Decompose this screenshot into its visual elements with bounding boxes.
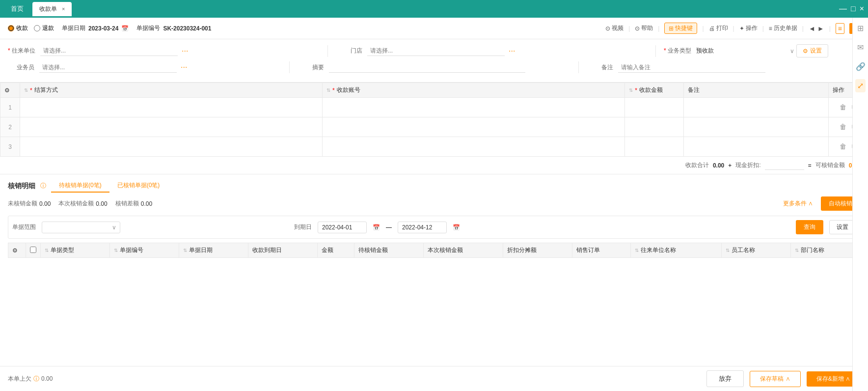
- calendar-from-icon[interactable]: 📅: [373, 224, 380, 231]
- remark-field: 备注: [587, 62, 860, 73]
- wt-checkbox-header[interactable]: [26, 243, 41, 258]
- tab-active[interactable]: 收款单 ×: [32, 2, 72, 16]
- filter-bar: 单据范围 ∨ 到期日 📅 — 📅 查询 设置: [8, 216, 860, 239]
- toolbar: 收款 退款 单据日期 2023-03-24 📅 单据编号 SK-20230324…: [0, 18, 868, 39]
- amount-cell-3[interactable]: [625, 137, 684, 157]
- toolbar-date-info: 单据日期 2023-03-24 📅: [62, 24, 129, 32]
- business-type-select[interactable]: 预收款 ∨: [696, 47, 794, 55]
- form-settings-btn[interactable]: ⚙ 设置: [796, 44, 828, 57]
- nav-prev-btn[interactable]: ◄: [809, 25, 815, 32]
- more-filter-btn[interactable]: 更多条件 ∧: [783, 199, 813, 208]
- tab-pending-writeoff[interactable]: 待核销单据(0笔): [51, 179, 109, 193]
- writeoff-info-icon[interactable]: ⓘ: [40, 182, 46, 190]
- bottom-bar: 本单上欠 ⓘ 0.00 放弃 保存草稿 ∧ 保存&新增 ∧: [0, 366, 868, 391]
- counterparty-more-btn[interactable]: ···: [180, 47, 190, 56]
- range-select[interactable]: [42, 222, 120, 233]
- delete-row-2-btn[interactable]: 🗑: [838, 122, 848, 132]
- writeoff-table: ⚙ ⇅单据类型 ⇅单据编号 ⇅单据日期 收款到期日 金额 待核销金额 本次核销金…: [8, 243, 860, 258]
- nav-arrows: ◄ ►: [809, 25, 824, 32]
- bottom-limit-info: 本单上欠 ⓘ 0.00: [8, 375, 53, 383]
- staff-input[interactable]: [39, 62, 177, 73]
- remark-cell-2[interactable]: [684, 117, 829, 137]
- form-row-2: 业务员 ··· 摘要 备注: [8, 61, 860, 73]
- wt-amount-header: 金额: [317, 243, 354, 258]
- receipt-type-radio-group: 收款 退款: [8, 24, 54, 32]
- calendar-to-icon[interactable]: 📅: [453, 224, 460, 231]
- shop-input[interactable]: [367, 46, 505, 56]
- refund-radio[interactable]: 退款: [34, 24, 54, 32]
- table-sidebar-icon[interactable]: ⊞: [855, 22, 866, 35]
- receipt-radio[interactable]: 收款: [8, 24, 28, 32]
- shortcut-icon: ⊞: [669, 25, 674, 32]
- business-type-field: * 业务类型 预收款 ∨ ⚙ 设置: [664, 44, 860, 57]
- writeoff-stats: 未核销金额 0.00 本次核销金额 0.00 核销差额 0.00 更多条件 ∧ …: [8, 196, 860, 211]
- table-row: 2 🗑 ⧉: [0, 117, 868, 137]
- wt-current-header: 本次核销金额: [423, 243, 503, 258]
- account-cell-3[interactable]: [323, 137, 625, 157]
- wt-doc-type-header: ⇅单据类型: [41, 243, 110, 258]
- tab-home[interactable]: 首页: [4, 1, 30, 16]
- diff-stat: 核销差额 0.00: [115, 199, 152, 208]
- receipt-account-header: ⇅*收款账号: [323, 83, 625, 98]
- amount-cell-2[interactable]: [625, 117, 684, 137]
- account-cell-1[interactable]: [323, 98, 625, 117]
- counterparty-input[interactable]: [40, 46, 178, 56]
- delete-row-1-btn[interactable]: 🗑: [838, 102, 848, 112]
- writeoff-section: 核销明细 ⓘ 待核销单据(0笔) 已核销单据(0笔) 未核销金额 0.00 本次…: [0, 174, 868, 366]
- list-view-btn[interactable]: ≡: [836, 23, 844, 34]
- toolbar-number-info: 单据编号 SK-20230324-001: [136, 24, 211, 32]
- help-action[interactable]: ⊙ 帮助: [635, 24, 653, 32]
- link-sidebar-icon[interactable]: 🔗: [854, 60, 868, 73]
- video-action[interactable]: ⊙ 视频: [605, 24, 624, 32]
- abandon-btn[interactable]: 放弃: [706, 370, 744, 387]
- minimize-icon[interactable]: —: [839, 4, 847, 13]
- date-to-input[interactable]: [398, 222, 447, 233]
- delete-row-3-btn[interactable]: 🗑: [838, 141, 848, 151]
- settlement-cell-2[interactable]: [20, 117, 323, 137]
- tab-close[interactable]: ×: [62, 6, 65, 12]
- window-close-icon[interactable]: ×: [860, 4, 864, 13]
- remark-cell-1[interactable]: [684, 98, 829, 117]
- email-sidebar-icon[interactable]: ✉: [855, 41, 866, 54]
- operations-action[interactable]: ✦ 操作: [739, 24, 758, 32]
- settlement-cell-1[interactable]: [20, 98, 323, 117]
- receipt-table-section: ⚙ ⇅*结算方式 ⇅*收款账号 ⇅*收款金额 备注 操作: [0, 83, 868, 157]
- remark-header: 备注: [684, 83, 829, 98]
- shop-more-btn[interactable]: ···: [507, 47, 517, 56]
- wt-dept-header: ⇅部门名称: [791, 243, 860, 258]
- settlement-cell-3[interactable]: [20, 137, 323, 157]
- print-action[interactable]: 🖨 打印: [709, 24, 728, 32]
- limit-info-icon[interactable]: ⓘ: [33, 375, 39, 383]
- calendar-icon[interactable]: 📅: [121, 25, 129, 32]
- tab-completed-writeoff[interactable]: 已核销单据(0笔): [109, 179, 168, 193]
- history-action[interactable]: ≡ 历史单据: [769, 24, 797, 32]
- account-cell-2[interactable]: [323, 117, 625, 137]
- nav-next-btn[interactable]: ►: [817, 25, 824, 32]
- maximize-icon[interactable]: □: [851, 4, 856, 13]
- amount-cell-1[interactable]: [625, 98, 684, 117]
- fullscreen-sidebar-icon[interactable]: ⤢: [855, 79, 866, 92]
- filter-settings-btn[interactable]: 设置: [829, 220, 856, 234]
- date-from-input[interactable]: [318, 222, 367, 233]
- wt-settings-header[interactable]: ⚙: [8, 243, 26, 258]
- shortcut-action[interactable]: ⊞ 快捷键: [664, 23, 697, 34]
- remark-input[interactable]: [618, 62, 765, 73]
- tab-bar: 首页 收款单 × — □ ×: [0, 0, 868, 18]
- query-btn[interactable]: 查询: [796, 220, 823, 234]
- counterparty-field: * 往来单位 ···: [8, 46, 320, 56]
- wt-staff-header: ⇅员工名称: [722, 243, 791, 258]
- select-all-checkbox[interactable]: [30, 247, 36, 253]
- operations-icon: ✦: [739, 25, 744, 32]
- gear-icon: ⚙: [803, 48, 808, 55]
- staff-more-btn[interactable]: ···: [179, 63, 189, 72]
- settlement-method-header: ⇅*结算方式: [20, 83, 323, 98]
- tab-bar-actions: — □ ×: [839, 4, 864, 13]
- form-row-1: * 往来单位 ··· 门店 ··· * 业务类型 预收款 ∨ ⚙ 设置: [8, 44, 860, 57]
- discount-input[interactable]: [765, 161, 804, 170]
- save-draft-btn[interactable]: 保存草稿 ∧: [750, 371, 800, 387]
- table-settings-header[interactable]: ⚙: [0, 83, 20, 98]
- chevron-down-icon[interactable]: ∨: [790, 48, 794, 55]
- remark-cell-3[interactable]: [684, 137, 829, 157]
- summary-input[interactable]: [329, 62, 525, 73]
- table-row: 1 🗑 ⧉: [0, 98, 868, 117]
